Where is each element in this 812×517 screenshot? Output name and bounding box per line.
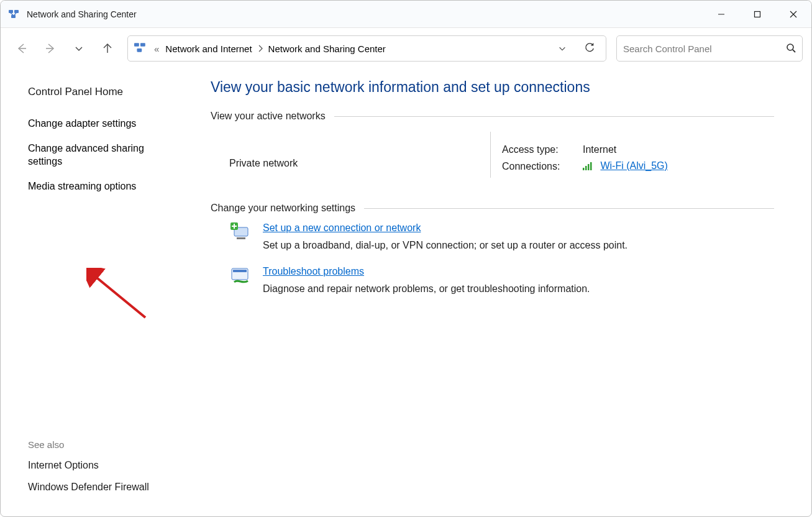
window-title: Network and Sharing Center — [27, 9, 137, 19]
svg-rect-2 — [11, 15, 16, 18]
search-input[interactable] — [623, 43, 786, 54]
breadcrumb-parent[interactable]: Network and Internet — [163, 41, 254, 57]
close-button[interactable] — [775, 1, 811, 28]
chevron-right-icon[interactable] — [257, 45, 263, 52]
troubleshoot-icon — [229, 266, 254, 291]
svg-point-15 — [787, 44, 793, 50]
window-controls — [703, 1, 811, 28]
svg-rect-21 — [590, 162, 592, 170]
nav-toolbar: « Network and Internet Network and Shari… — [1, 28, 811, 68]
connection-link[interactable]: Wi-Fi (Alvi_5G) — [600, 160, 667, 171]
search-box[interactable] — [616, 35, 803, 62]
svg-line-17 — [94, 275, 145, 318]
change-advanced-sharing-link[interactable]: Change advanced sharing settings — [28, 142, 181, 168]
sidebar: Control Panel Home Change adapter settin… — [1, 68, 193, 517]
troubleshoot-link[interactable]: Troubleshoot problems — [263, 266, 364, 277]
network-type: Private network — [229, 158, 490, 169]
setup-connection-desc: Set up a broadband, dial-up, or VPN conn… — [263, 240, 627, 251]
internet-options-link[interactable]: Internet Options — [28, 459, 149, 472]
address-history-button[interactable] — [550, 36, 575, 61]
change-settings-label: Change your networking settings — [211, 203, 355, 214]
access-type-value: Internet — [583, 144, 616, 155]
location-icon — [134, 42, 148, 55]
svg-line-3 — [11, 13, 13, 15]
svg-rect-13 — [140, 43, 145, 47]
setup-connection-item: Set up a new connection or network Set u… — [229, 222, 774, 251]
change-settings-header: Change your networking settings — [211, 203, 774, 214]
app-icon — [8, 8, 21, 21]
setup-connection-link[interactable]: Set up a new connection or network — [263, 222, 421, 233]
page-title: View your basic network information and … — [211, 79, 774, 96]
search-icon[interactable] — [786, 43, 796, 55]
svg-line-4 — [14, 13, 16, 15]
divider — [364, 208, 774, 209]
control-panel-home-link[interactable]: Control Panel Home — [28, 85, 181, 99]
back-button[interactable] — [9, 37, 34, 60]
forward-button[interactable] — [38, 37, 63, 60]
title-bar: Network and Sharing Center — [1, 1, 811, 28]
svg-rect-20 — [588, 164, 590, 170]
divider — [334, 116, 774, 117]
svg-rect-23 — [237, 237, 245, 239]
active-network-row: Private network Access type: Internet Co… — [229, 132, 774, 178]
minimize-button[interactable] — [703, 1, 739, 28]
svg-rect-26 — [233, 270, 247, 272]
media-streaming-options-link[interactable]: Media streaming options — [28, 180, 181, 193]
breadcrumb-overflow-icon[interactable]: « — [154, 43, 159, 54]
recent-dropdown-button[interactable] — [66, 37, 91, 60]
active-networks-header: View your active networks — [211, 111, 774, 122]
annotation-arrow-icon — [86, 268, 155, 330]
main-content: View your basic network information and … — [193, 68, 811, 517]
refresh-button[interactable] — [577, 36, 602, 61]
troubleshoot-item: Troubleshoot problems Diagnose and repai… — [229, 266, 774, 295]
windows-defender-firewall-link[interactable]: Windows Defender Firewall — [28, 480, 149, 494]
address-bar[interactable]: « Network and Internet Network and Shari… — [127, 35, 606, 62]
svg-line-16 — [793, 50, 795, 52]
setup-connection-icon — [229, 222, 254, 247]
svg-rect-1 — [14, 10, 19, 13]
up-button[interactable] — [95, 37, 120, 60]
svg-rect-19 — [585, 166, 587, 170]
svg-rect-6 — [755, 11, 760, 17]
svg-rect-12 — [134, 43, 139, 47]
troubleshoot-desc: Diagnose and repair network problems, or… — [263, 283, 590, 295]
see-also-header: See also — [28, 439, 149, 450]
maximize-button[interactable] — [739, 1, 775, 28]
svg-rect-14 — [137, 48, 142, 52]
wifi-signal-icon — [583, 162, 594, 173]
vertical-divider — [490, 132, 491, 178]
active-networks-label: View your active networks — [211, 111, 326, 122]
see-also-section: See also Internet Options Windows Defend… — [28, 439, 149, 503]
svg-rect-18 — [583, 168, 585, 170]
svg-rect-0 — [9, 10, 13, 13]
access-type-label: Access type: — [502, 144, 583, 155]
change-adapter-settings-link[interactable]: Change adapter settings — [28, 117, 181, 130]
breadcrumb-current[interactable]: Network and Sharing Center — [266, 41, 388, 57]
connections-label: Connections: — [502, 161, 583, 172]
